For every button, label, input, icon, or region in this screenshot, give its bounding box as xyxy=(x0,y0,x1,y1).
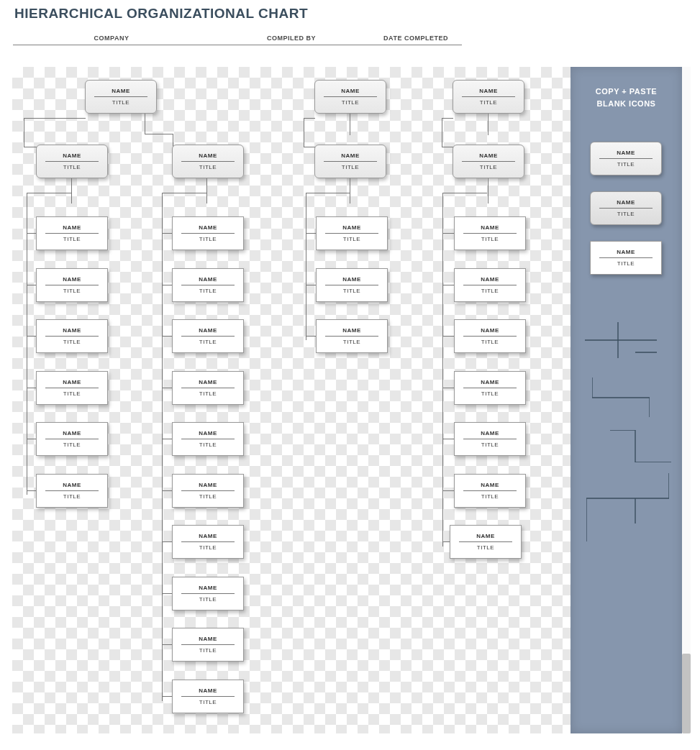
node-leaf[interactable]: NAMETITLE xyxy=(172,525,244,559)
palette-node-square[interactable]: NAME TITLE xyxy=(590,241,662,275)
node-title: TITLE xyxy=(481,439,499,450)
connector xyxy=(145,114,145,134)
connector xyxy=(306,193,350,193)
node-root-c[interactable]: NAME TITLE xyxy=(314,80,386,114)
node-leaf[interactable]: NAMETITLE xyxy=(172,680,244,713)
node-leaf[interactable]: NAMETITLE xyxy=(172,216,244,250)
palette-connector-elbow-down[interactable] xyxy=(592,378,650,417)
node-manager-b[interactable]: NAME TITLE xyxy=(172,145,244,178)
node-title: TITLE xyxy=(481,388,499,399)
node-title: TITLE xyxy=(63,162,81,173)
node-name: NAME xyxy=(199,685,217,696)
connector xyxy=(442,336,454,337)
node-name: NAME xyxy=(63,150,81,161)
node-name: NAME xyxy=(341,86,360,96)
connector xyxy=(27,285,36,285)
connector xyxy=(24,147,37,147)
node-title: TITLE xyxy=(199,491,217,502)
connector xyxy=(162,644,172,645)
node-name: NAME xyxy=(476,531,495,541)
node-name: NAME xyxy=(481,222,499,233)
palette-connector-step[interactable] xyxy=(610,430,671,462)
connector xyxy=(162,193,206,193)
node-leaf[interactable]: NAMETITLE xyxy=(36,319,108,353)
node-leaf[interactable]: NAMETITLE xyxy=(172,577,244,610)
palette-node-rounded-grey[interactable]: NAME TITLE xyxy=(590,191,662,225)
node-name: NAME xyxy=(63,222,81,233)
node-title: TITLE xyxy=(343,337,360,347)
node-title: TITLE xyxy=(342,97,359,108)
connector xyxy=(162,490,172,491)
node-leaf[interactable]: NAMETITLE xyxy=(172,628,244,662)
node-title: TITLE xyxy=(199,645,217,656)
connector xyxy=(350,114,350,135)
node-name: NAME xyxy=(199,531,217,541)
node-title: TITLE xyxy=(199,697,217,708)
node-leaf[interactable]: NAMETITLE xyxy=(172,268,244,302)
node-title: TITLE xyxy=(617,209,635,219)
node-manager-c[interactable]: NAME TITLE xyxy=(314,145,386,178)
node-leaf[interactable]: NAMETITLE xyxy=(454,474,526,508)
node-leaf[interactable]: NAMETITLE xyxy=(36,216,108,250)
node-name: NAME xyxy=(199,222,217,233)
node-name: NAME xyxy=(199,582,217,593)
node-root-ab[interactable]: NAME TITLE xyxy=(85,80,157,114)
node-leaf[interactable]: NAMETITLE xyxy=(36,422,108,456)
node-leaf[interactable]: NAMETITLE xyxy=(450,525,522,559)
node-title: TITLE xyxy=(480,97,497,108)
node-leaf[interactable]: NAMETITLE xyxy=(316,216,388,250)
node-name: NAME xyxy=(63,428,81,439)
node-title: TITLE xyxy=(481,337,499,347)
node-title: TITLE xyxy=(199,162,217,173)
connector xyxy=(27,490,36,491)
connector xyxy=(304,147,315,147)
node-leaf[interactable]: NAMETITLE xyxy=(172,422,244,456)
scrollbar-thumb[interactable] xyxy=(682,654,691,733)
connector xyxy=(442,147,453,147)
node-name: NAME xyxy=(199,274,217,285)
connector xyxy=(27,439,36,439)
node-leaf[interactable]: NAMETITLE xyxy=(454,371,526,405)
node-leaf[interactable]: NAMETITLE xyxy=(36,371,108,405)
node-leaf[interactable]: NAMETITLE xyxy=(454,319,526,353)
node-leaf[interactable]: NAMETITLE xyxy=(454,216,526,250)
page-title: HIERARCHICAL ORGANIZATIONAL CHART xyxy=(14,6,308,22)
node-name: NAME xyxy=(199,150,217,161)
node-manager-a[interactable]: NAME TITLE xyxy=(36,145,108,178)
palette-connector-complex[interactable] xyxy=(586,473,669,541)
node-leaf[interactable]: NAMETITLE xyxy=(36,474,108,508)
connector xyxy=(442,490,454,491)
palette-connector-tee[interactable] xyxy=(585,322,657,358)
node-name: NAME xyxy=(617,197,635,208)
node-root-d[interactable]: NAME TITLE xyxy=(453,80,524,114)
node-name: NAME xyxy=(479,150,498,161)
connector xyxy=(306,336,316,337)
node-leaf[interactable]: NAMETITLE xyxy=(172,474,244,508)
node-title: TITLE xyxy=(199,439,217,450)
org-chart-canvas[interactable]: NAME TITLE NAME TITLE NAME TITLE NAME TI… xyxy=(12,67,571,733)
node-leaf[interactable]: NAMETITLE xyxy=(172,319,244,353)
node-title: TITLE xyxy=(199,285,217,296)
node-leaf[interactable]: NAMETITLE xyxy=(454,422,526,456)
node-name: NAME xyxy=(199,428,217,439)
node-leaf[interactable]: NAMETITLE xyxy=(36,268,108,302)
node-leaf[interactable]: NAMETITLE xyxy=(316,268,388,302)
node-name: NAME xyxy=(63,377,81,388)
node-name: NAME xyxy=(617,247,635,257)
scrollbar-track[interactable] xyxy=(682,67,691,733)
connector xyxy=(488,114,488,135)
field-label-date-completed: DATE COMPLETED xyxy=(373,35,459,42)
connector xyxy=(306,193,306,340)
node-name: NAME xyxy=(63,274,81,285)
node-title: TITLE xyxy=(63,285,81,296)
node-leaf[interactable]: NAMETITLE xyxy=(172,371,244,405)
palette-node-rounded-light[interactable]: NAME TITLE xyxy=(590,142,662,175)
node-leaf[interactable]: NAMETITLE xyxy=(316,319,388,353)
node-manager-d[interactable]: NAME TITLE xyxy=(453,145,524,178)
field-label-compiled-by: COMPILED BY xyxy=(255,35,327,42)
connector xyxy=(162,336,172,337)
node-name: NAME xyxy=(112,86,130,96)
node-leaf[interactable]: NAMETITLE xyxy=(454,268,526,302)
connector xyxy=(162,233,172,234)
connector xyxy=(442,285,454,285)
